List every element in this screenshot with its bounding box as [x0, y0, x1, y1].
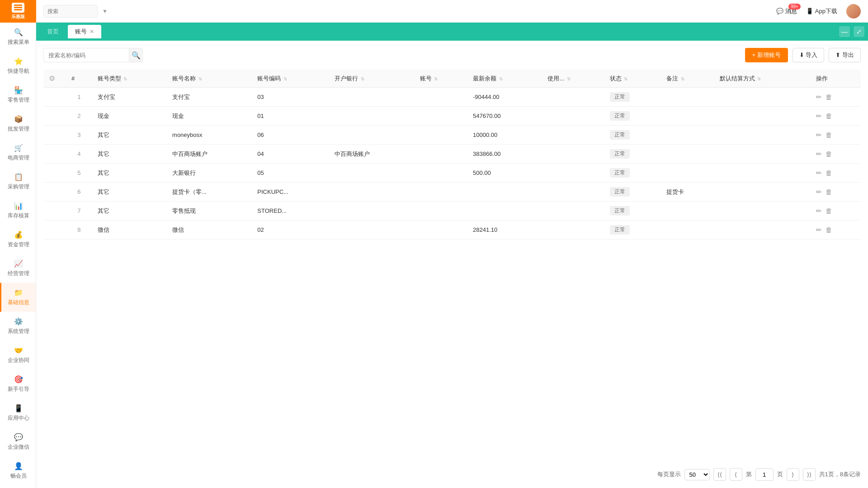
table-row: 4 其它 中百商场账户 04 中百商场账户 383866.00 正常 ✏ 🗑: [43, 145, 861, 164]
edit-button[interactable]: ✏: [816, 93, 822, 101]
sidebar-item-purchase-manage[interactable]: 📋采购管理: [0, 167, 36, 196]
sidebar-icon-wholesale-manage: 📦: [14, 115, 23, 123]
user-avatar[interactable]: [846, 4, 861, 19]
cell-settlement: [714, 126, 811, 145]
sidebar-item-member[interactable]: 👤畅会员: [0, 456, 36, 485]
cell-balance: [467, 202, 542, 221]
edit-button[interactable]: ✏: [816, 169, 822, 177]
edit-button[interactable]: ✏: [816, 226, 822, 234]
sidebar-item-search-menu[interactable]: 🔍搜索菜单: [0, 23, 36, 52]
cell-code: STORED...: [252, 202, 329, 221]
sidebar-label-enterprise-agree: 企业协同: [8, 357, 29, 364]
topbar-search-input[interactable]: [43, 5, 98, 18]
sidebar: 乐惠版 🔍搜索菜单⭐快捷导航🏪零售管理📦批发管理🛒电商管理📋采购管理📊库存核算💰…: [0, 0, 36, 488]
delete-button[interactable]: 🗑: [826, 207, 832, 215]
col-use[interactable]: 使用... ⇅: [542, 70, 604, 88]
col-status[interactable]: 状态 ⇅: [604, 70, 661, 88]
cell-status: 正常: [604, 164, 661, 183]
sidebar-item-wholesale-manage[interactable]: 📦批发管理: [0, 109, 36, 138]
cell-account: [415, 164, 467, 183]
topbar-message-btn[interactable]: 💬 消息 99+: [776, 7, 797, 15]
topbar-dropdown-arrow[interactable]: ▼: [102, 8, 108, 14]
sidebar-item-ecommerce-manage[interactable]: 🛒电商管理: [0, 138, 36, 167]
col-code[interactable]: 账号编码 ⇅: [252, 70, 329, 88]
delete-button[interactable]: 🗑: [826, 131, 832, 139]
page-content: 🔍 + 新增账号 ⬇ 导入 ⬆ 导出 ⚙ # 账号类型 ⇅ 账号名称 ⇅ 账号编…: [36, 41, 868, 488]
import-button[interactable]: ⬇ 导入: [793, 48, 825, 62]
sidebar-label-quick-nav: 快捷导航: [8, 67, 29, 75]
page-first-btn[interactable]: ⟨⟨: [713, 468, 726, 481]
sort-bank-icon: ⇅: [361, 76, 364, 81]
delete-button[interactable]: 🗑: [826, 169, 832, 177]
cell-balance: -90444.00: [467, 88, 542, 107]
sidebar-item-inventory[interactable]: 📊库存核算: [0, 196, 36, 225]
tab-account[interactable]: 账号 ✕: [68, 25, 101, 38]
sidebar-item-finance[interactable]: 💰资金管理: [0, 225, 36, 254]
page-total: 共1页，8条记录: [819, 470, 861, 479]
message-icon: 💬: [776, 8, 783, 14]
cell-use: [542, 88, 604, 107]
col-bank[interactable]: 开户银行 ⇅: [329, 70, 414, 88]
col-balance[interactable]: 最新余额 ⇅: [467, 70, 542, 88]
sidebar-item-enterprise-wechat[interactable]: 💬企业微信: [0, 427, 36, 456]
sidebar-item-operations[interactable]: 📈经营管理: [0, 254, 36, 283]
sidebar-icon-purchase-manage: 📋: [14, 173, 23, 181]
cell-bank: [329, 126, 414, 145]
col-setting[interactable]: ⚙: [43, 70, 66, 88]
sidebar-item-app-center[interactable]: 📱应用中心: [0, 399, 36, 427]
edit-button[interactable]: ✏: [816, 112, 822, 120]
delete-button[interactable]: 🗑: [826, 150, 832, 158]
col-type[interactable]: 账号类型 ⇅: [92, 70, 167, 88]
cell-code: 01: [252, 107, 329, 126]
tab-account-close[interactable]: ✕: [90, 28, 94, 35]
action-btns: ✏ 🗑: [816, 131, 855, 139]
edit-button[interactable]: ✏: [816, 150, 822, 158]
cell-remark: [661, 221, 714, 239]
cell-remark: [661, 88, 714, 107]
col-name[interactable]: 账号名称 ⇅: [167, 70, 252, 88]
page-number-input[interactable]: [755, 468, 774, 481]
export-button[interactable]: ⬆ 导出: [829, 48, 861, 62]
tab-minimize-btn[interactable]: —: [839, 26, 850, 37]
table-header-row: ⚙ # 账号类型 ⇅ 账号名称 ⇅ 账号编码 ⇅ 开户银行 ⇅ 账号 ⇅ 最新余…: [43, 70, 861, 88]
sidebar-item-basic-info[interactable]: 📁基础信息: [0, 283, 36, 312]
cell-setting: [43, 88, 66, 107]
tab-maximize-btn[interactable]: ⤢: [854, 26, 864, 37]
cell-use: [542, 145, 604, 164]
col-settlement[interactable]: 默认结算方式 ⇅: [714, 70, 811, 88]
sidebar-item-system[interactable]: ⚙️系统管理: [0, 312, 36, 341]
delete-button[interactable]: 🗑: [826, 226, 832, 234]
sidebar-item-enterprise-agree[interactable]: 🤝企业协同: [0, 341, 36, 370]
search-button[interactable]: 🔍: [129, 48, 142, 62]
edit-button[interactable]: ✏: [816, 131, 822, 139]
sidebar-icon-basic-info: 📁: [14, 288, 23, 297]
page-size-label: 每页显示: [657, 470, 681, 479]
edit-button[interactable]: ✏: [816, 188, 822, 196]
col-account[interactable]: 账号 ⇅: [415, 70, 467, 88]
delete-button[interactable]: 🗑: [826, 188, 832, 196]
sidebar-label-finance: 资金管理: [8, 241, 29, 249]
cell-setting: [43, 183, 66, 202]
cell-num: 4: [66, 145, 92, 164]
page-last-btn[interactable]: ⟩⟩: [803, 468, 816, 481]
status-badge: 正常: [610, 130, 630, 140]
app-download-btn[interactable]: 📱 App下载: [806, 7, 837, 15]
edit-button[interactable]: ✏: [816, 207, 822, 215]
tab-home[interactable]: 首页: [40, 25, 66, 38]
sidebar-item-retail-manage[interactable]: 🏪零售管理: [0, 80, 36, 109]
account-table: ⚙ # 账号类型 ⇅ 账号名称 ⇅ 账号编码 ⇅ 开户银行 ⇅ 账号 ⇅ 最新余…: [43, 70, 861, 239]
page-next-btn[interactable]: ⟩: [787, 468, 799, 481]
action-btns: ✏ 🗑: [816, 226, 855, 234]
sidebar-label-search-menu: 搜索菜单: [8, 38, 29, 46]
search-input[interactable]: [44, 52, 129, 59]
delete-button[interactable]: 🗑: [826, 93, 832, 101]
add-account-button[interactable]: + 新增账号: [745, 48, 788, 62]
delete-button[interactable]: 🗑: [826, 112, 832, 120]
column-setting-icon[interactable]: ⚙: [49, 75, 55, 82]
page-size-select[interactable]: 50 10 20 100: [684, 469, 710, 480]
sidebar-item-beginner-guide[interactable]: 🎯新手引导: [0, 370, 36, 399]
sidebar-item-quick-nav[interactable]: ⭐快捷导航: [0, 52, 36, 80]
page-prev-btn[interactable]: ⟨: [730, 468, 742, 481]
col-remark[interactable]: 备注 ⇅: [661, 70, 714, 88]
cell-remark: [661, 107, 714, 126]
